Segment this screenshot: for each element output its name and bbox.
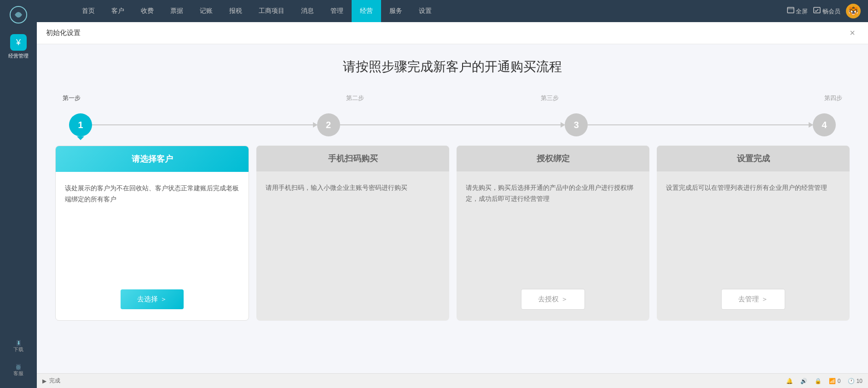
step3-card-header: 授权绑定: [457, 146, 649, 171]
status-time-icon: 🕐 10: [848, 378, 862, 384]
nav-bookkeeping[interactable]: 记账: [191, 0, 221, 22]
nav-manage[interactable]: 管理: [322, 0, 352, 22]
step2-card-body: 请用手机扫码，输入小微企业主账号密码进行购买: [256, 171, 449, 302]
status-shield-icon: 🔔: [786, 378, 793, 384]
breadcrumb-bar: 初始化设置 ×: [37, 22, 868, 44]
step1-action-btn[interactable]: 去选择 ＞: [121, 289, 183, 309]
status-text: 完成: [49, 377, 60, 385]
step4-card: 设置完成 设置完成后可以在管理列表进行所有企业用户的经营管理 去管理 ＞: [657, 146, 850, 321]
step2-circle: 2: [317, 113, 340, 136]
step2-card-footer: [256, 302, 449, 321]
play-icon: ▶: [42, 378, 46, 384]
step3-label: 第三步: [541, 94, 559, 102]
step3-circle: 3: [565, 113, 588, 136]
step1-card-footer: 去选择 ＞: [56, 282, 249, 320]
arrow-2-3: [561, 122, 565, 128]
sidebar-logo: [7, 4, 29, 26]
arrow-3-4: [809, 122, 813, 128]
step1-header: 第一步: [55, 94, 258, 106]
line-2-3: [340, 124, 565, 125]
cards-container: 请选择客户 该处展示的客户为不在回收站、客户状态正常建账后完成老板端绑定的所有客…: [55, 146, 850, 321]
page-title: 请按照步骤完成新客户的开通购买流程: [55, 58, 850, 76]
steps-header: 第一步 第二步 第三步 第四步: [55, 94, 850, 106]
line-1-2: [92, 124, 317, 125]
sidebar: ¥ 经营管理 ⬇ 下载 ◎ 客服: [0, 0, 37, 388]
step3-card-body: 请先购买，购买后选择开通的产品中的企业用户进行授权绑定，成功后即可进行经营管理: [457, 171, 649, 282]
main-area: 初始化设置 × 请按照步骤完成新客户的开通购买流程 第一步 第二步 第三步 第四…: [37, 22, 868, 388]
step1-label: 第一步: [63, 94, 81, 102]
line-3-4: [588, 124, 813, 125]
top-nav: 首页 客户 收费 票据 记账 报税 工商项目 消息 管理 经营 服务 设置 全屏…: [37, 0, 868, 22]
sidebar-bottom: ⬇ 下载 ◎ 客服: [0, 336, 37, 388]
step2-card-header: 手机扫码购买: [256, 146, 449, 171]
status-bar: ▶ 完成 🔔 🔊 🔒 📶 0 🕐 10: [37, 373, 868, 388]
step4-circle: 4: [813, 113, 836, 136]
sidebar-download[interactable]: ⬇ 下载: [0, 336, 37, 357]
nav-tax[interactable]: 报税: [221, 0, 250, 22]
progress-row: 1 2 3: [55, 113, 850, 136]
step4-card-footer: 去管理 ＞: [657, 282, 850, 321]
close-button[interactable]: ×: [846, 26, 859, 40]
step1-card: 请选择客户 该处展示的客户为不在回收站、客户状态正常建账后完成老板端绑定的所有客…: [55, 146, 249, 321]
support-label: 客服: [13, 370, 23, 377]
status-lock-icon: 🔒: [815, 378, 822, 384]
support-icon: ◎: [16, 364, 21, 370]
download-label: 下载: [13, 346, 23, 353]
step4-header: 第四步: [648, 94, 850, 106]
status-bar-right: 🔔 🔊 🔒 📶 0 🕐 10: [786, 378, 862, 384]
step3-card-footer: 去授权 ＞: [457, 282, 649, 321]
step1-pointer: [77, 136, 84, 140]
download-icon: ⬇: [17, 340, 21, 346]
main-content: 请按照步骤完成新客户的开通购买流程 第一步 第二步 第三步 第四步 1: [37, 44, 868, 388]
nav-operation[interactable]: 经营: [352, 0, 381, 22]
nav-service[interactable]: 服务: [381, 0, 411, 22]
management-icon: ¥: [10, 34, 27, 51]
sidebar-support[interactable]: ◎ 客服: [0, 360, 37, 381]
nav-bill[interactable]: 票据: [162, 0, 191, 22]
nav-right: 全屏 畅会员 🐯: [787, 4, 868, 18]
nav-home[interactable]: 首页: [74, 0, 103, 22]
step3-action-btn[interactable]: 去授权 ＞: [521, 289, 584, 310]
nav-client[interactable]: 客户: [103, 0, 133, 22]
breadcrumb-title: 初始化设置: [46, 29, 81, 37]
sidebar-item-management[interactable]: ¥ 经营管理: [0, 29, 37, 64]
svg-rect-1: [787, 7, 794, 13]
step4-card-header: 设置完成: [657, 146, 850, 171]
step1-card-body: 该处展示的客户为不在回收站、客户状态正常建账后完成老板端绑定的所有客户: [56, 172, 249, 282]
step1-circle: 1: [69, 113, 92, 136]
status-volume-icon: 🔊: [800, 378, 807, 384]
nav-message[interactable]: 消息: [293, 0, 322, 22]
arrow-1-2: [313, 122, 318, 128]
step3-header: 第三步: [452, 94, 648, 106]
status-network-icon: 📶 0: [829, 378, 840, 384]
fullscreen-btn[interactable]: 全屏: [787, 7, 808, 16]
step3-card: 授权绑定 请先购买，购买后选择开通的产品中的企业用户进行授权绑定，成功后即可进行…: [457, 146, 649, 321]
step1-card-header: 请选择客户: [56, 146, 249, 172]
user-avatar[interactable]: 🐯: [846, 4, 861, 18]
step2-card: 手机扫码购买 请用手机扫码，输入小微企业主账号密码进行购买: [256, 146, 449, 321]
member-btn[interactable]: 畅会员: [813, 7, 840, 16]
step4-card-body: 设置完成后可以在管理列表进行所有企业用户的经营管理: [657, 171, 850, 282]
step2-header: 第二步: [258, 94, 453, 106]
nav-settings[interactable]: 设置: [411, 0, 440, 22]
nav-business[interactable]: 工商项目: [250, 0, 293, 22]
step4-action-btn[interactable]: 去管理 ＞: [721, 289, 785, 310]
nav-fee[interactable]: 收费: [133, 0, 162, 22]
sidebar-item-label: 经营管理: [8, 53, 29, 59]
step4-label: 第四步: [824, 94, 842, 102]
step2-label: 第二步: [346, 94, 364, 102]
